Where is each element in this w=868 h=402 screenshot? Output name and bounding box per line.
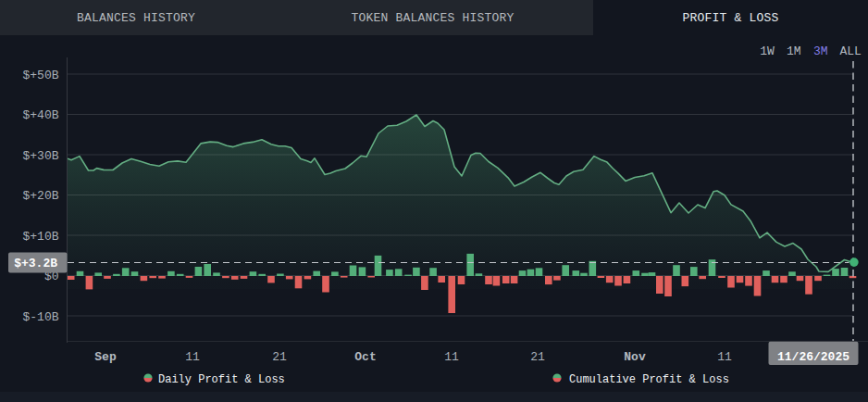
svg-text:3M: 3M (813, 44, 828, 58)
svg-text:Nov: Nov (624, 350, 646, 364)
svg-text:$+40B: $+40B (22, 108, 58, 122)
svg-text:1W: 1W (760, 44, 775, 58)
svg-text:11: 11 (444, 350, 459, 364)
svg-text:1M: 1M (787, 44, 801, 58)
svg-text:$+20B: $+20B (22, 189, 58, 203)
svg-text:11: 11 (185, 350, 200, 364)
svg-text:$+10B: $+10B (22, 230, 58, 244)
svg-text:$-10B: $-10B (22, 310, 58, 324)
svg-text:$+30B: $+30B (22, 149, 58, 163)
svg-text:Daily Profit & Loss: Daily Profit & Loss (158, 373, 285, 386)
svg-text:ALL: ALL (839, 44, 861, 58)
svg-text:21: 21 (530, 350, 545, 364)
svg-text:$+3.2B: $+3.2B (14, 257, 57, 270)
svg-text:21: 21 (272, 350, 287, 364)
svg-text:11: 11 (717, 350, 732, 364)
svg-text:Cumulative Profit & Loss: Cumulative Profit & Loss (569, 373, 729, 386)
svg-text:Oct: Oct (354, 350, 376, 364)
svg-text:11/26/2025: 11/26/2025 (777, 350, 849, 364)
svg-text:Sep: Sep (94, 350, 117, 364)
svg-text:$+50B: $+50B (22, 69, 58, 82)
